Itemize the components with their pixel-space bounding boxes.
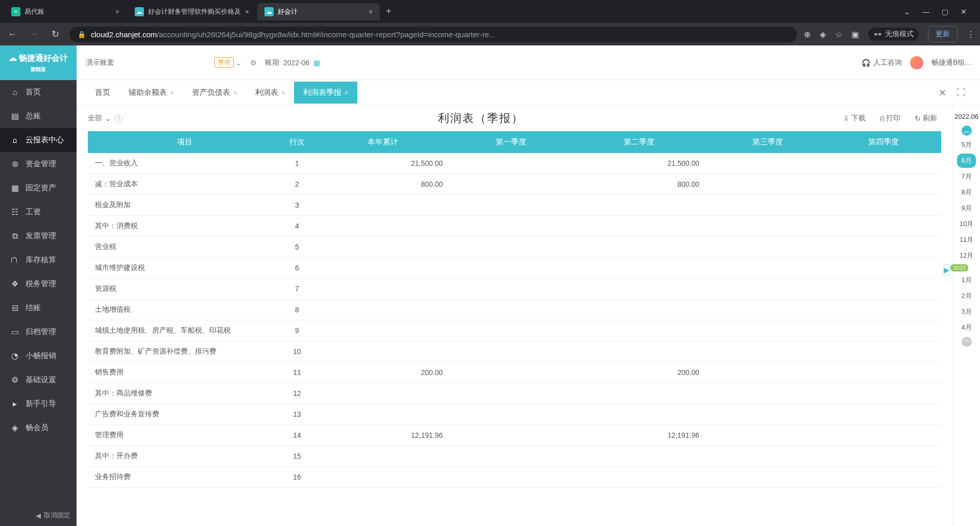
period-selector[interactable]: 账期 2022-06 ▦ <box>265 58 320 67</box>
close-panel-icon[interactable]: ✕ <box>934 85 951 101</box>
close-icon[interactable]: × <box>281 89 285 96</box>
table-row[interactable]: 其中：商品维修费12 <box>88 383 941 404</box>
close-icon[interactable]: × <box>115 8 119 16</box>
sidebar-item[interactable]: ⧉发票管理 <box>0 224 77 248</box>
extensions-icon[interactable]: ▣ <box>851 30 859 39</box>
sidebar-item[interactable]: ▭归档管理 <box>0 320 77 344</box>
sidebar-item[interactable]: ◔小畅报销 <box>0 344 77 368</box>
month-button[interactable]: 9月 <box>957 201 975 215</box>
browser-tab[interactable]: ✦ 易代账 × <box>4 3 127 20</box>
table-row[interactable]: 营业税5 <box>88 237 941 258</box>
month-button[interactable]: 4月 <box>957 320 975 335</box>
zoom-icon[interactable]: ⊕ <box>804 30 811 39</box>
sidebar-item[interactable]: ⊟结账 <box>0 296 77 320</box>
gear-icon[interactable]: ⚙ <box>250 59 257 67</box>
sidebar-unpin[interactable]: ◀ 取消固定 <box>0 505 77 526</box>
scroll-down-icon[interactable]: ︾ <box>962 337 972 347</box>
month-button[interactable]: 8月 <box>957 185 975 199</box>
download-button[interactable]: ⇩下载 <box>839 112 870 125</box>
print-button[interactable]: ⎙打印 <box>876 112 904 125</box>
cell <box>709 404 825 425</box>
month-button[interactable]: 7月 <box>957 169 975 184</box>
month-button[interactable]: 12月 <box>955 248 977 263</box>
month-button[interactable]: 5月 <box>957 138 975 152</box>
month-button[interactable]: 6月 <box>957 154 975 168</box>
bookmark-icon[interactable]: ☆ <box>835 30 842 39</box>
minimize-icon[interactable]: ― <box>922 8 929 16</box>
table-row[interactable]: 资源税7 <box>88 279 941 299</box>
app-logo: ☁ 畅捷通好会计 旗舰版 <box>0 45 77 80</box>
month-button[interactable]: 10月 <box>955 217 977 231</box>
ai-help-button[interactable]: 🎧 人工咨询 <box>862 58 902 67</box>
month-button[interactable]: 11月 <box>955 233 977 247</box>
table-row[interactable]: 其中：开办费15 <box>88 446 941 467</box>
nav-label: 发票管理 <box>26 231 56 241</box>
page-tab[interactable]: 利润表× <box>246 82 294 104</box>
update-button[interactable]: 更新 <box>928 26 958 42</box>
sidebar-item[interactable]: ⚙基础设置 <box>0 368 77 392</box>
close-icon[interactable]: × <box>245 8 249 16</box>
sidebar-item[interactable]: ☷工资 <box>0 200 77 224</box>
sidebar-item[interactable]: ▤总账 <box>0 104 77 128</box>
page-tab[interactable]: 辅助余额表× <box>119 82 183 104</box>
table-row[interactable]: 销售费用11200.00200.00 <box>88 362 941 383</box>
page-tab[interactable]: 利润表季报× <box>294 82 357 104</box>
close-window-icon[interactable]: ✕ <box>961 8 967 16</box>
sidebar-item[interactable]: ◈畅会员 <box>0 416 77 440</box>
table-row[interactable]: 税金及附加3 <box>88 195 941 216</box>
close-icon[interactable]: × <box>369 8 373 16</box>
scroll-right-icon[interactable]: ▶ <box>943 264 950 276</box>
table-row[interactable]: 减：营业成本2800.00800.00 <box>88 174 941 195</box>
chevron-down-icon[interactable]: ⌄ <box>236 59 242 67</box>
table-row[interactable]: 城市维护建设税6 <box>88 258 941 279</box>
table-row[interactable]: 广告费和业务宣传费13 <box>88 404 941 425</box>
sidebar-item[interactable]: ⊛资金管理 <box>0 152 77 176</box>
sidebar-item[interactable]: ▸新手引导 <box>0 392 77 416</box>
sidebar-item[interactable]: ❖税务管理 <box>0 272 77 296</box>
table-row[interactable]: 管理费用1412,191.9612,191.96 <box>88 425 941 446</box>
page-tab[interactable]: 首页 <box>86 82 119 104</box>
avatar[interactable] <box>910 56 923 69</box>
close-icon[interactable]: × <box>233 89 237 96</box>
chevron-down-icon[interactable]: ⌄ <box>904 8 910 16</box>
sidebar-item[interactable]: ⩍云报表中心 <box>0 128 77 152</box>
url-input[interactable]: 🔒 cloud2.chanjet.com/accounting/uh26t264… <box>69 27 797 42</box>
sidebar-item[interactable]: ▦固定资产 <box>0 176 77 200</box>
username[interactable]: 畅捷通B组... <box>932 58 971 67</box>
browser-tab-active[interactable]: ☁ 好会计 × <box>257 3 380 20</box>
month-button[interactable]: 2月 <box>957 289 975 303</box>
disable-tag[interactable]: 禁用 <box>214 57 234 68</box>
cell <box>569 279 710 299</box>
filter-dropdown[interactable]: 全部 ⌄ ? <box>88 114 122 123</box>
forward-icon[interactable]: → <box>27 29 41 40</box>
tab-favicon: ☁ <box>135 7 144 16</box>
help-icon[interactable]: ? <box>114 114 122 122</box>
scroll-up-icon[interactable]: ︽ <box>962 126 972 136</box>
sidebar-item[interactable]: ⌂首页 <box>0 80 77 104</box>
sidebar-item[interactable]: ⛫库存核算 <box>0 248 77 272</box>
new-tab-button[interactable]: + <box>381 3 397 20</box>
refresh-button[interactable]: ↻刷新 <box>911 112 941 125</box>
table-row[interactable]: 其中：消费税4 <box>88 216 941 237</box>
month-button[interactable]: 1月 <box>957 273 975 287</box>
reload-icon[interactable]: ↻ <box>48 29 62 40</box>
month-button[interactable]: 3月 <box>957 305 975 319</box>
page-tab[interactable]: 资产负债表× <box>183 82 246 104</box>
close-icon[interactable]: × <box>170 89 174 96</box>
table-row[interactable]: 教育费附加、矿产资源补偿费、排污费10 <box>88 341 941 362</box>
table-row[interactable]: 城镇土地使用税、房产税、车船税、印花税9 <box>88 320 941 341</box>
table-row[interactable]: 土地增值税8 <box>88 299 941 320</box>
fullscreen-icon[interactable]: ⛶ <box>951 85 971 100</box>
extension-icon[interactable]: ◈ <box>820 30 826 39</box>
back-icon[interactable]: ← <box>5 29 19 40</box>
close-icon[interactable]: × <box>345 89 348 96</box>
page-tab-label: 辅助余额表 <box>129 88 167 97</box>
table-row[interactable]: 业务招待费16 <box>88 467 941 488</box>
maximize-icon[interactable]: ▢ <box>942 8 948 16</box>
table-scroll[interactable]: 项目行次本年累计第一季度第二季度第三季度第四季度 一、营业收入121,500.0… <box>77 131 952 526</box>
account-name[interactable]: 演示账套 <box>86 58 114 67</box>
browser-tab[interactable]: ☁ 好会计财务管理软件购买价格及 × <box>128 3 256 20</box>
tab-title: 好会计 <box>278 7 364 16</box>
table-row[interactable]: 一、营业收入121,500.0021,500.00 <box>88 153 941 174</box>
menu-icon[interactable]: ⋮ <box>967 30 975 39</box>
